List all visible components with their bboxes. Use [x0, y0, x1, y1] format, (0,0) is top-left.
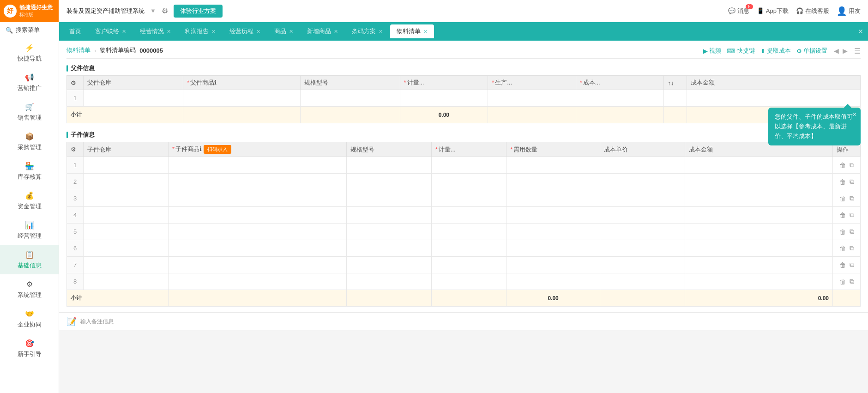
- cell-cost-amount: [687, 90, 861, 107]
- sidebar-item-enterprise[interactable]: 🤝 企业协同: [0, 304, 59, 333]
- tooltip-close-btn[interactable]: ✕: [852, 110, 857, 119]
- tab-barcode[interactable]: 条码方案 ✕: [345, 24, 389, 38]
- tab-close[interactable]: ✕: [167, 29, 171, 35]
- cell-child-unit[interactable]: [431, 157, 506, 174]
- purchase-icon: 📦: [24, 131, 35, 141]
- tab-new-product[interactable]: 新增商品 ✕: [301, 24, 344, 38]
- cell-child-unit-cost[interactable]: [600, 157, 685, 174]
- sidebar-item-basic-info[interactable]: 📋 基础信息: [0, 245, 59, 274]
- cell-child-needed[interactable]: [506, 157, 600, 174]
- copy-icon[interactable]: ⧉: [850, 178, 854, 186]
- copy-icon[interactable]: ⧉: [850, 244, 854, 252]
- sidebar-item-marketing[interactable]: 📢 营销推广: [0, 67, 59, 97]
- experience-btn[interactable]: 体验行业方案: [174, 5, 223, 18]
- col-produce: *生产...: [488, 76, 576, 90]
- cell-parent-product[interactable]: [183, 90, 300, 107]
- cell-child-product[interactable]: [168, 157, 346, 174]
- tab-history[interactable]: 经营历程 ✕: [223, 24, 267, 38]
- tab-operations[interactable]: 经营情况 ✕: [133, 24, 177, 38]
- sidebar-item-label: 新手引导: [18, 350, 42, 358]
- video-btn[interactable]: ▶ 视频: [703, 47, 721, 55]
- tab-close[interactable]: ✕: [256, 29, 260, 35]
- sidebar-search[interactable]: 🔍 搜索菜单: [0, 22, 59, 38]
- message-icon: 💬: [728, 7, 735, 14]
- next-arrow[interactable]: ▶: [842, 46, 849, 55]
- col-child-spec: 规格型号: [346, 142, 431, 157]
- delete-icon[interactable]: 🗑: [839, 162, 846, 169]
- table-row: 3 🗑⧉: [67, 190, 861, 207]
- copy-icon[interactable]: ⧉: [850, 278, 854, 285]
- tab-bom[interactable]: 物料清单 ✕: [390, 24, 434, 38]
- tab-close-all[interactable]: ✕: [857, 27, 864, 36]
- sidebar-item-guide[interactable]: 🎯 新手引导: [0, 333, 59, 363]
- copy-icon[interactable]: ⧉: [850, 228, 854, 236]
- tab-close[interactable]: ✕: [289, 29, 293, 35]
- online-service-btn[interactable]: 🎧 在线客服: [796, 7, 829, 15]
- sidebar-logo: 好 畅捷通好生意 标准版: [0, 0, 59, 22]
- mobile-icon: 📱: [757, 7, 764, 14]
- copy-icon[interactable]: ⧉: [850, 194, 854, 202]
- delete-icon[interactable]: 🗑: [839, 195, 846, 202]
- sidebar: 好 畅捷通好生意 标准版 🔍 搜索菜单 ⚡ 快捷导航 📢 营销推广 🛒 销售管理…: [0, 0, 59, 393]
- delete-icon[interactable]: 🗑: [839, 178, 846, 186]
- copy-icon[interactable]: ⧉: [850, 211, 854, 219]
- delete-icon[interactable]: 🗑: [839, 245, 846, 252]
- sidebar-item-inventory[interactable]: 🏪 库存核算: [0, 156, 59, 186]
- cell-unit[interactable]: [400, 90, 488, 107]
- copy-icon[interactable]: ⧉: [850, 161, 854, 169]
- delete-icon[interactable]: 🗑: [839, 228, 846, 236]
- sidebar-item-label: 销售管理: [18, 114, 42, 122]
- scan-btn[interactable]: 扫码录入: [204, 145, 231, 154]
- user-btn[interactable]: 👤 用友: [837, 6, 861, 16]
- col-sort: ↑↓: [664, 76, 687, 90]
- cell-cost[interactable]: [576, 90, 664, 107]
- cell-parent-warehouse[interactable]: [84, 90, 183, 107]
- table-row: 2 🗑⧉: [67, 174, 861, 190]
- sidebar-item-finance[interactable]: 💰 资金管理: [0, 186, 59, 215]
- tab-close[interactable]: ✕: [122, 29, 126, 35]
- col-child-product: *子件商品ℹ 扫码录入: [168, 142, 346, 157]
- tab-close[interactable]: ✕: [334, 29, 338, 35]
- prev-arrow[interactable]: ◀: [833, 46, 840, 55]
- shortcut-btn[interactable]: ⌨ 快捷键: [727, 47, 755, 55]
- cell-spec[interactable]: [300, 90, 400, 107]
- tab-home[interactable]: 首页: [63, 24, 88, 38]
- sidebar-item-purchase[interactable]: 📦 采购管理: [0, 127, 59, 156]
- sidebar-item-label: 经营管理: [18, 232, 42, 240]
- cell-child-warehouse[interactable]: [84, 157, 169, 174]
- copy-icon[interactable]: ⧉: [850, 261, 854, 269]
- delete-icon[interactable]: 🗑: [839, 212, 846, 219]
- settings-icon[interactable]: ⚙: [162, 6, 168, 15]
- parent-table: ⚙ 父件仓库 *父件商品ℹ 规格型号 *计量... *生产... *成本... …: [66, 75, 861, 123]
- col-gear[interactable]: ⚙: [67, 76, 84, 90]
- tab-close[interactable]: ✕: [423, 29, 428, 35]
- sidebar-item-label: 基础信息: [18, 261, 42, 270]
- single-setting-btn[interactable]: ⚙ 单据设置: [796, 47, 827, 55]
- col-spec: 规格型号: [300, 76, 400, 90]
- subtotal-label: 小计: [67, 107, 183, 123]
- dropdown-arrow[interactable]: ▼: [150, 7, 156, 14]
- bottom-hint-text[interactable]: 输入备注信息: [80, 318, 114, 326]
- sidebar-item-quick-nav[interactable]: ⚡ 快捷导航: [0, 38, 59, 67]
- sidebar-item-sales[interactable]: 🛒 销售管理: [0, 97, 59, 127]
- col-parent-warehouse: 父件仓库: [84, 76, 183, 90]
- delete-icon[interactable]: 🗑: [839, 261, 846, 269]
- cell-produce[interactable]: [488, 90, 576, 107]
- delete-icon[interactable]: 🗑: [839, 278, 846, 285]
- grid-view-icon[interactable]: ☰: [854, 47, 861, 55]
- messages-btn[interactable]: 💬 消息 6: [728, 7, 749, 15]
- sidebar-item-system[interactable]: ⚙ 系统管理: [0, 274, 59, 304]
- tab-customer[interactable]: 客户联络 ✕: [89, 24, 133, 38]
- app-download-btn[interactable]: 📱 App下载: [757, 7, 789, 15]
- col-gear-child[interactable]: ⚙: [67, 142, 84, 157]
- cell-child-spec[interactable]: [346, 157, 431, 174]
- tab-close[interactable]: ✕: [379, 29, 383, 35]
- tab-close[interactable]: ✕: [211, 29, 216, 35]
- sidebar-item-operations[interactable]: 📊 经营管理: [0, 215, 59, 245]
- breadcrumb-parent[interactable]: 物料清单: [66, 46, 90, 54]
- table-row: 1 🗑⧉: [67, 157, 861, 174]
- tab-profit[interactable]: 利润报告 ✕: [178, 24, 222, 38]
- extract-cost-btn[interactable]: ⬆ 提取成本: [760, 47, 791, 55]
- main-area: 装备及固定资产辅助管理系统 ▼ ⚙ 体验行业方案 💬 消息 6 📱 App下载 …: [59, 0, 868, 393]
- tab-product[interactable]: 商品 ✕: [268, 24, 300, 38]
